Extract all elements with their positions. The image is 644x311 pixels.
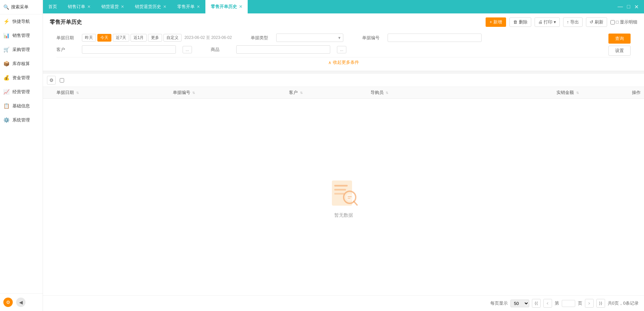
delete-button[interactable]: 🗑 删除 [509, 17, 531, 27]
display-detail-input[interactable] [610, 20, 615, 24]
tab-home[interactable]: 首页 [43, 0, 62, 13]
page-label: 页 [578, 300, 582, 306]
display-detail-checkbox[interactable]: □ 显示明细 [610, 19, 637, 25]
customer-input[interactable] [82, 45, 176, 54]
close-retail-open-icon[interactable]: ✕ [197, 4, 200, 9]
th-customer[interactable]: 客户 ⇅ [286, 87, 367, 99]
sidebar-item-quick-nav[interactable]: ⚡ 快捷导航 [0, 14, 43, 29]
next-page-button[interactable]: ﹥ [585, 299, 594, 308]
filter-settings-button[interactable]: 设置 [608, 46, 631, 56]
goods-input[interactable] [236, 45, 330, 54]
close-sales-return-icon[interactable]: ✕ [121, 4, 124, 9]
per-page-label: 每页显示 [490, 300, 508, 306]
th-no[interactable]: 单据编号 ⇅ [169, 87, 286, 99]
table-settings-button[interactable]: ⚙ [47, 76, 56, 85]
date-filter-label: 单据日期 [56, 35, 77, 41]
empty-state-illustration [324, 175, 364, 212]
date-btn-more[interactable]: 更多 [148, 34, 162, 42]
customer-dots-button[interactable]: ... [183, 46, 192, 53]
quick-nav-icon: ⚡ [3, 18, 10, 24]
collapse-sidebar-button[interactable]: ◀ [16, 298, 26, 307]
page-header: 零售开单历史 + 新增 🗑 删除 🖨 打印 ▾ ↑ 导出 ↺ 刷新 □ 显示明细 [43, 13, 644, 71]
bill-type-select[interactable] [276, 34, 343, 42]
query-button[interactable]: 查询 [608, 34, 631, 44]
export-button[interactable]: ↑ 导出 [563, 17, 583, 27]
sidebar-item-sales-mgmt[interactable]: 📊 销售管理 [0, 29, 43, 43]
select-all-checkbox[interactable] [60, 78, 64, 83]
last-page-button[interactable]: ⟩⟩ [596, 299, 605, 308]
svg-rect-7 [348, 196, 352, 197]
refresh-button[interactable]: ↺ 刷新 [586, 17, 607, 27]
close-retail-history-icon[interactable]: ✕ [239, 4, 242, 9]
filter-row-2: 客户 ... 商品 ... [56, 45, 602, 54]
sidebar-item-finance-mgmt[interactable]: 💰 资金管理 [0, 71, 43, 85]
sidebar-item-ops-mgmt[interactable]: 📈 经营管理 [0, 85, 43, 99]
sidebar-search-label: 搜索采单 [11, 4, 29, 10]
sidebar-item-label: 采购管理 [12, 47, 30, 53]
svg-rect-1 [334, 185, 348, 187]
per-page-select[interactable]: 50 10 20 100 [510, 300, 529, 307]
goods-dots-button[interactable]: ... [337, 46, 346, 53]
table-area: ⚙ 单据日期 ⇅ 单据编号 ⇅ [43, 74, 644, 311]
print-button[interactable]: 🖨 打印 ▾ [535, 17, 560, 27]
sidebar-item-label: 库存核算 [12, 61, 30, 67]
sidebar-item-sys-mgmt[interactable]: ⚙️ 系统管理 [0, 113, 43, 127]
th-checkbox [43, 87, 53, 99]
minimize-button[interactable]: — [617, 4, 623, 10]
goods-label: 商品 [211, 47, 231, 53]
filter-row-1: 单据日期 昨天 今天 近7天 近1月 更多 自定义 2023-06-02 至 2… [56, 34, 602, 42]
date-btn-custom[interactable]: 自定义 [163, 34, 182, 42]
sidebar-item-purchase-mgmt[interactable]: 🛒 采购管理 [0, 43, 43, 57]
tab-sales-return-history-label: 销货退货历史 [135, 4, 161, 10]
date-range-display: 2023-06-02 至 2023-06-02 [184, 35, 232, 41]
date-btn-yesterday[interactable]: 昨天 [82, 34, 96, 42]
add-button[interactable]: + 新增 [486, 17, 506, 27]
date-btn-last7[interactable]: 近7天 [113, 34, 129, 42]
close-sales-return-history-icon[interactable]: ✕ [163, 4, 166, 9]
prev-page-button[interactable]: ﹤ [543, 299, 552, 308]
date-btn-today[interactable]: 今天 [97, 34, 111, 42]
th-guide[interactable]: 导购员 ⇅ [367, 87, 466, 99]
basic-info-icon: 📋 [3, 103, 10, 109]
table-header-row: 单据日期 ⇅ 单据编号 ⇅ 客户 ⇅ 导购员 ⇅ [43, 87, 644, 99]
svg-rect-2 [334, 189, 346, 191]
close-window-button[interactable]: ✕ [634, 4, 639, 10]
customer-label: 客户 [56, 47, 77, 53]
top-navigation: 首页 销售订单 ✕ 销货退货 ✕ 销货退货历史 ✕ 零售开单 ✕ 零售开单历史 … [43, 0, 644, 13]
sidebar-search[interactable]: 🔍 搜索采单 [0, 0, 43, 14]
close-sales-order-icon[interactable]: ✕ [87, 4, 91, 9]
th-date[interactable]: 单据日期 ⇅ [53, 87, 169, 99]
data-table: 单据日期 ⇅ 单据编号 ⇅ 客户 ⇅ 导购员 ⇅ [43, 87, 644, 99]
tab-retail-history[interactable]: 零售开单历史 ✕ [205, 0, 248, 13]
sys-mgmt-icon: ⚙️ [3, 117, 10, 123]
sidebar-item-stock-calc[interactable]: 📦 库存核算 [0, 57, 43, 71]
filter-area: 单据日期 昨天 今天 近7天 近1月 更多 自定义 2023-06-02 至 2… [50, 30, 637, 71]
tab-sales-return-history[interactable]: 销货退货历史 ✕ [130, 0, 172, 13]
date-btn-last1m[interactable]: 近1月 [131, 34, 147, 42]
tab-sales-return-label: 销货退货 [101, 4, 119, 10]
th-amount[interactable]: 实销金额 ⇅ [466, 87, 582, 99]
first-page-button[interactable]: ⟨⟨ [532, 299, 541, 308]
date-buttons-group: 昨天 今天 近7天 近1月 更多 自定义 2023-06-02 至 2023-0… [82, 34, 232, 42]
tab-sales-return[interactable]: 销货退货 ✕ [96, 0, 130, 13]
page-input[interactable]: 1 [562, 300, 575, 307]
display-detail-label: □ 显示明细 [616, 19, 637, 25]
bill-no-input[interactable] [388, 34, 482, 42]
sidebar-item-basic-info[interactable]: 📋 基础信息 [0, 99, 43, 113]
page-title: 零售开单历史 [50, 19, 82, 26]
collapse-filter-bar[interactable]: ∧ 收起更多条件 [56, 57, 631, 67]
tab-retail-open[interactable]: 零售开单 ✕ [172, 0, 205, 13]
tab-sales-order[interactable]: 销售订单 ✕ [62, 0, 96, 13]
svg-line-6 [354, 201, 357, 205]
tab-sales-order-label: 销售订单 [68, 4, 85, 10]
maximize-button[interactable]: □ [627, 4, 630, 10]
svg-rect-3 [334, 193, 344, 195]
sidebar-item-label: 系统管理 [12, 117, 30, 123]
tab-retail-open-label: 零售开单 [177, 4, 195, 10]
sidebar-item-label: 快捷导航 [12, 18, 30, 24]
th-action: 操作 [582, 87, 644, 99]
settings-gear-button[interactable]: ⚙ [3, 298, 13, 307]
window-controls: — □ ✕ [617, 4, 644, 10]
main-area: 首页 销售订单 ✕ 销货退货 ✕ 销货退货历史 ✕ 零售开单 ✕ 零售开单历史 … [43, 0, 644, 311]
sidebar-item-label: 销售管理 [12, 33, 30, 39]
